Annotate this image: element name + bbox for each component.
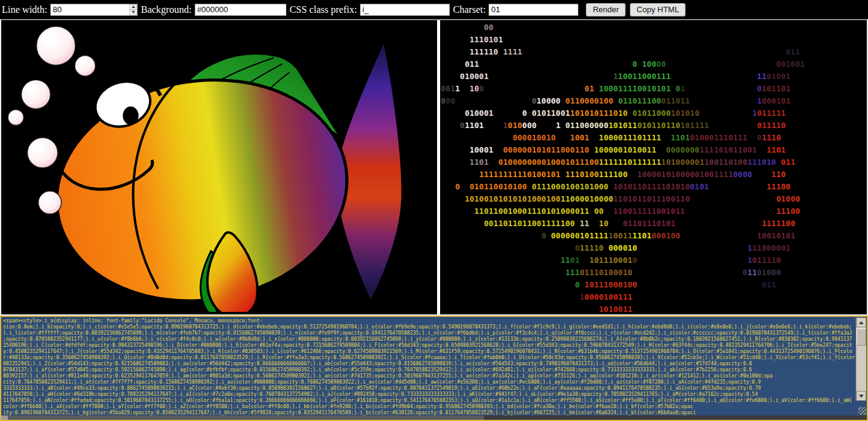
binary-art-segment: 1010011 (599, 305, 632, 314)
binary-art-segment: 011011 (661, 96, 690, 105)
binary-art-segment: 111010 (747, 157, 776, 167)
background-input[interactable] (195, 4, 286, 16)
binary-art-segment: 0 (575, 280, 580, 289)
output-code-line: 4117647058;}.i_aH{color:#6d318b;opacity:… (3, 392, 856, 398)
output-code-line: city:0.7647058823529411;}.i_at{color:#7f… (3, 379, 856, 385)
output-code-line: 3333333333;}.i_aB{color:#49ce33;opacity:… (3, 385, 856, 392)
binary-art-segment: 011110 (757, 121, 786, 130)
binary-art-segment: 0000000 (666, 145, 700, 154)
fish-image (1, 20, 437, 312)
binary-art-segment: 011 (786, 47, 800, 56)
binary-art-line: 0 010110010100 0111000100101000 10101101… (441, 181, 867, 193)
binary-art-segment: 011011100 (618, 96, 661, 105)
binary-art-segment: 0 (441, 96, 446, 105)
binary-art-segment: 010 (508, 121, 522, 130)
binary-art-segment: 1110 (761, 133, 780, 142)
binary-art-segment: 1101 (766, 145, 785, 154)
binary-art-segment: 11000010000 (561, 194, 613, 203)
binary-art-line: 00 (441, 21, 867, 34)
binary-art-segment: 11 (580, 219, 589, 228)
horizontal-scrollbar-thumb[interactable] (8, 415, 484, 420)
copy-html-button[interactable]: Copy HTML (630, 3, 686, 17)
binary-art-segment: 0 (575, 243, 580, 252)
output-code-line: 882352941;}.i_Z{color:#54d143;opacity:0.… (3, 361, 856, 367)
binary-art-segment: 0011 (613, 231, 632, 240)
binary-art-segment: 011 (465, 59, 479, 69)
output-code-line: 80392157;}.i_al{color:#811e48;opacity:0.… (3, 373, 856, 379)
css-prefix-input[interactable] (360, 4, 450, 16)
binary-art-segment: 1 (680, 84, 685, 93)
binary-art-segment: 110 (771, 170, 785, 179)
binary-art-segment: 010001 (460, 72, 488, 81)
vertical-scrollbar[interactable] (856, 317, 866, 401)
output-code-line: size:0.8em;}.i_b{opacity:0;}.i_c{color:#… (3, 324, 856, 330)
binary-art-line: 010001 0 01011001101010111010 0101100010… (441, 107, 867, 119)
spinner-down-button[interactable] (129, 10, 137, 15)
line-width-input[interactable] (50, 4, 138, 16)
binary-art-segment: 10000 (537, 96, 561, 105)
binary-art-segment: 0111000100101000 (532, 182, 608, 191)
binary-art-segment: 10111000100 (585, 280, 637, 289)
binary-art-segment: 001001 (776, 59, 805, 69)
binary-art-line: 1110101 (441, 34, 867, 46)
binary-art-line: 111110 1111 011 (441, 46, 867, 58)
binary-art-segment: 101011 (608, 121, 637, 130)
binary-art-line: 1010011 (441, 303, 867, 314)
binary-art-segment: 101110001 (589, 256, 632, 265)
scroll-down-button[interactable] (856, 391, 866, 401)
binary-art-segment: 011000000 (566, 121, 608, 130)
textarea-resize-grip[interactable] (858, 407, 866, 415)
binary-art-segment: 01011000 (632, 108, 671, 118)
binary-art-line: 000 010000 0110000100 011011100011011 10… (441, 95, 867, 107)
binary-art-segment: 1101011011100110 (613, 194, 690, 203)
binary-art-segment: 0 (743, 268, 747, 277)
binary-art-line: 0 10111000100 011 (441, 279, 867, 291)
binary-art-segment: 1111 (503, 47, 522, 56)
binary-art-segment: 010001110111 (690, 133, 747, 142)
binary-art-segment: 0 (632, 256, 637, 265)
horizontal-scrollbar[interactable] (1, 415, 867, 420)
binary-art-line: 0 000000101111100111101000100 10010101 (441, 230, 867, 242)
spinner-up-button[interactable] (129, 4, 137, 10)
output-code-line: r:#48133a;opacity:0.3568627450980392;}.i… (3, 355, 856, 361)
binary-art-segment: 01 (585, 84, 594, 93)
output-code-selected-text: <span><style>.i_a{display: inline; font-… (1, 317, 856, 420)
binary-art-segment: 11 (757, 72, 767, 81)
binary-art-line: 010001 110011000111 1101001 (441, 70, 867, 83)
binary-art-segment: 11100 (766, 182, 790, 191)
binary-art-segment: 1110101 (470, 35, 503, 44)
binary-art-segment: 010000000010001011100 (498, 157, 599, 167)
binary-art-segment: 1101 (632, 231, 651, 240)
binary-art-segment: 11 (747, 268, 757, 277)
binary-art-segment: 110011111001011 (613, 207, 685, 216)
binary-art-segment: 10 (599, 219, 608, 228)
binary-art-segment: 10000101000001001111 (637, 170, 733, 179)
binary-art-segment: 101000001 (661, 157, 704, 167)
output-code-textarea[interactable]: <span><style>.i_a{display: inline; font-… (0, 316, 868, 421)
binary-art-segment: 101010 (671, 108, 700, 118)
binary-art-segment: 000100 (651, 231, 680, 240)
binary-art-segment: 1000011101111 (599, 133, 661, 142)
css-prefix-label: CSS class prefix: (290, 4, 357, 15)
binary-art-segment: 1101 (470, 157, 488, 167)
binary-art-segment: 0 100 (632, 59, 656, 69)
binary-art-segment: 0 (455, 182, 460, 191)
output-code-line: }.i_l{color:#ffffff;opacity:0.0039215686… (3, 330, 856, 336)
output-code-line: ;opacity:0.8705882352941177;}.i_u{color:… (3, 336, 856, 343)
scrollbar-thumb[interactable] (856, 328, 866, 346)
binary-art-line: 10000100111 (441, 291, 867, 303)
binary-art-segment: 10001 (470, 145, 493, 154)
binary-art-segment: 010001 (465, 108, 493, 118)
binary-art-segment: 1000001010011 (594, 145, 656, 154)
binary-art-segment: 1110100 (566, 170, 599, 179)
output-code-line: y:0.4588235294117647;}.i_J{color:#55d342… (3, 349, 856, 355)
charset-input[interactable] (488, 4, 578, 16)
binary-art-segment: 000 (522, 121, 536, 130)
render-button[interactable]: Render (586, 3, 626, 17)
binary-art-segment: 01001 (766, 72, 790, 81)
scroll-up-button[interactable] (856, 317, 866, 327)
binary-art-segment: 00 (656, 59, 666, 69)
binary-art-segment: 01 (570, 256, 580, 265)
charset-label: Charset: (453, 4, 485, 15)
binary-art-segment: 1101 (671, 133, 690, 142)
